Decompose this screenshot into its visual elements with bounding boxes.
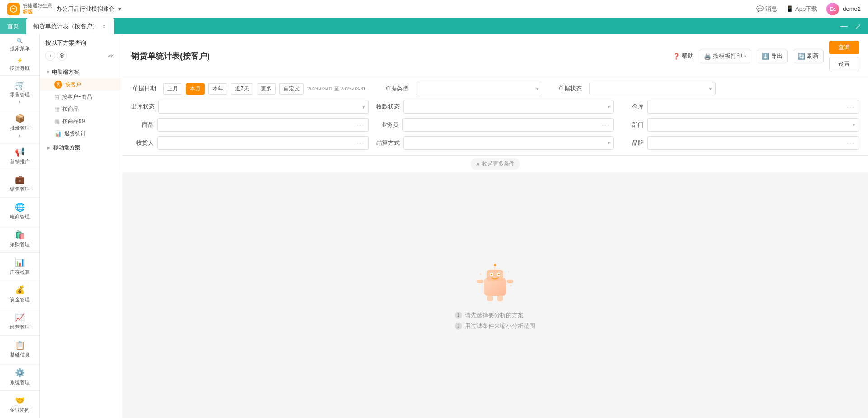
tab-active[interactable]: 销货单统计表（按客户） ×: [26, 18, 114, 34]
collapse-panel-btn[interactable]: ≪: [106, 51, 116, 61]
by-product99-label: 按商品99: [62, 118, 85, 125]
tab-maximize-icon[interactable]: ⤢: [853, 20, 863, 33]
by-product-label: 按商品: [62, 105, 79, 113]
tree-mobile-header[interactable]: ▶ 移动端方案: [40, 142, 122, 154]
date-btn-custom[interactable]: 自定义: [279, 83, 304, 95]
marketing-label: 营销推广: [10, 158, 30, 165]
sidebar-item-cooperation[interactable]: 🤝 企业协同: [0, 391, 39, 418]
collection-status-select[interactable]: ▾: [403, 100, 614, 114]
finance-label: 资金管理: [10, 296, 30, 303]
svg-rect-4: [487, 270, 503, 281]
sidebar-item-retail[interactable]: 🛒 零售管理 ▾: [0, 76, 39, 109]
settlement-select[interactable]: ▾: [403, 136, 614, 150]
gear-small-icon: [59, 53, 65, 58]
tree-item-return-stats[interactable]: 📊 退货统计: [40, 128, 122, 140]
app-title-dropdown[interactable]: ▾: [118, 6, 121, 12]
print-dropdown-arrow: ▾: [744, 54, 746, 59]
date-btn-7days[interactable]: 近7天: [231, 83, 253, 95]
brand-select[interactable]: ···: [647, 136, 859, 150]
inventory-icon: 📊: [15, 257, 25, 267]
main-layout: 🔍 搜索菜单 ⚡ 快捷导航 🛒 零售管理 ▾ 📦 批发管理 ▴ 📢 营销推广 💼…: [0, 34, 868, 418]
help-label: 帮助: [682, 52, 693, 60]
refresh-btn[interactable]: 🔄 刷新: [793, 50, 824, 62]
tip-text-2: 用过滤条件来缩小分析范围: [465, 322, 535, 330]
settings-scheme-btn[interactable]: [57, 51, 67, 61]
search-icon: 🔍: [17, 38, 23, 44]
brand-label: 品牌: [621, 139, 644, 147]
add-scheme-btn[interactable]: +: [45, 51, 55, 61]
template-print-label: 按模板打印: [713, 52, 742, 60]
sidebar-item-system[interactable]: ⚙️ 系统管理: [0, 363, 39, 391]
date-btn-this-year[interactable]: 本年: [208, 83, 227, 95]
message-action[interactable]: 💬 消息: [756, 5, 777, 13]
department-label: 部门: [621, 121, 644, 129]
product-dots: ···: [357, 121, 365, 128]
tree-item-by-customer[interactable]: 客 按客户: [40, 78, 122, 91]
sidebar-item-purchase[interactable]: 🛍️ 采购管理: [0, 225, 39, 253]
sidebar-item-wholesale[interactable]: 📦 批发管理 ▴: [0, 109, 39, 142]
tab-bar: 首页 销货单统计表（按客户） × — ⤢: [0, 18, 868, 34]
tab-close-btn[interactable]: ×: [101, 23, 107, 29]
tree-desktop-header[interactable]: ▾ 电脑端方案: [40, 66, 122, 78]
app-download-action[interactable]: 📱 App下载: [786, 5, 817, 13]
sidebar-item-operations[interactable]: 📈 经营管理: [0, 308, 39, 336]
date-btn-this-month[interactable]: 本月: [186, 83, 205, 95]
sidebar-item-quick-nav[interactable]: ⚡ 快捷导航: [0, 54, 39, 76]
ecommerce-label: 电商管理: [10, 214, 30, 220]
sidebar-item-ecommerce[interactable]: 🌐 电商管理: [0, 198, 39, 225]
settings-btn[interactable]: 设置: [829, 57, 859, 71]
collection-status-arrow: ▾: [608, 104, 610, 109]
svg-rect-13: [487, 295, 493, 301]
out-status-select[interactable]: ▾: [158, 100, 369, 114]
sidebar-item-marketing[interactable]: 📢 营销推广: [0, 142, 39, 170]
sidebar-item-finance[interactable]: 💰 资金管理: [0, 280, 39, 308]
department-select[interactable]: ▾: [647, 118, 859, 132]
filter-cell-warehouse: 仓库 ···: [621, 100, 859, 114]
avatar: Ea: [826, 3, 839, 15]
tab-minimize-icon[interactable]: —: [839, 20, 849, 32]
svg-point-8: [498, 274, 500, 276]
salesperson-label: 业务员: [376, 121, 399, 129]
cooperation-icon: 🤝: [15, 395, 25, 405]
sidebar-search[interactable]: 🔍 搜索菜单: [0, 34, 39, 54]
collapse-more-btn[interactable]: ∧ 收起更多条件: [471, 158, 520, 170]
warehouse-dots: ···: [847, 103, 855, 110]
svg-point-15: [480, 273, 481, 275]
svg-rect-12: [507, 280, 513, 283]
order-type-arrow: ▾: [536, 86, 538, 91]
sidebar-item-basic[interactable]: 📋 基础信息: [0, 336, 39, 363]
tree-desktop-label: 电脑端方案: [52, 68, 79, 76]
message-icon: 💬: [756, 5, 764, 12]
help-action[interactable]: ❓ 帮助: [673, 52, 693, 60]
tree-expand-icon: ▾: [47, 70, 49, 75]
query-btn[interactable]: 查询: [829, 41, 859, 54]
tree-item-by-customer-product[interactable]: ⊞ 按客户+商品: [40, 91, 122, 103]
query-btn-group: 查询 设置: [829, 41, 859, 71]
active-tab-label: 销货单统计表（按客户）: [33, 22, 98, 30]
date-btn-last-month[interactable]: 上月: [163, 83, 182, 95]
right-main: 销货单统计表(按客户) ❓ 帮助 🖨️ 按模板打印 ▾ ⬇️ 导出: [122, 34, 868, 418]
template-print-btn[interactable]: 🖨️ 按模板打印 ▾: [699, 50, 751, 62]
order-type-select[interactable]: ▾: [416, 82, 542, 95]
tree-item-by-product99[interactable]: ▦ 按商品99: [40, 115, 122, 128]
retail-label: 零售管理: [10, 91, 30, 98]
order-type-label: 单据类型: [384, 85, 409, 93]
user-profile[interactable]: Ea demo2: [826, 3, 861, 15]
receiver-select[interactable]: ···: [157, 136, 369, 150]
sidebar-item-sales[interactable]: 💼 销售管理: [0, 170, 39, 198]
tree-item-by-product[interactable]: ▦ 按商品: [40, 103, 122, 115]
date-btn-more[interactable]: 更多: [257, 83, 276, 95]
left-panel: 按以下方案查询 + ≪ ▾ 电脑端方案: [40, 34, 122, 418]
salesperson-select[interactable]: ···: [402, 118, 614, 132]
sidebar-item-inventory[interactable]: 📊 库存核算: [0, 253, 39, 280]
empty-tip-2: 2 用过滤条件来缩小分析范围: [455, 322, 535, 330]
tab-home[interactable]: 首页: [0, 18, 26, 34]
filter-cell-brand: 品牌 ···: [621, 136, 859, 150]
brand-dots: ···: [847, 139, 855, 147]
export-btn[interactable]: ⬇️ 导出: [757, 50, 788, 62]
department-arrow: ▾: [853, 123, 855, 128]
warehouse-select[interactable]: ···: [647, 100, 859, 114]
product-select[interactable]: ···: [157, 118, 369, 132]
order-status-select[interactable]: ▾: [589, 82, 716, 95]
product99-icon: ▦: [54, 118, 60, 125]
